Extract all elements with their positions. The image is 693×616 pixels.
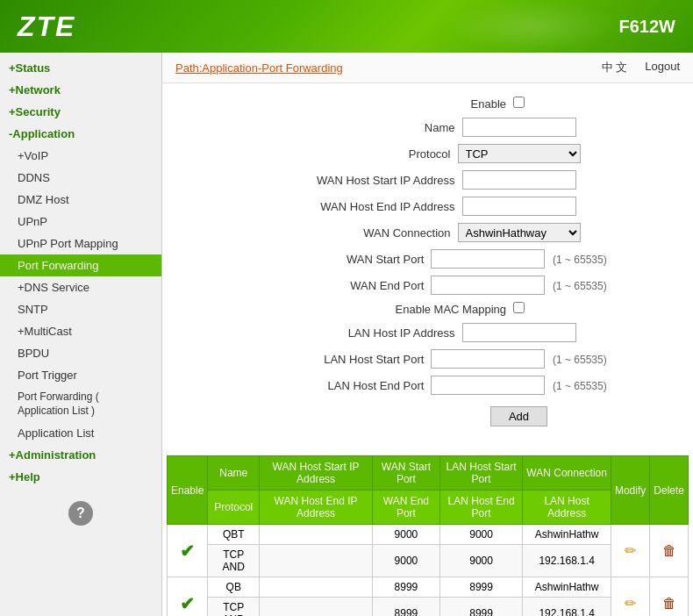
sidebar-item-sntp[interactable]: SNTP — [0, 298, 161, 320]
wan-connection-label: WAN Connection — [275, 226, 451, 240]
sidebar-item-dmz-host[interactable]: DMZ Host — [0, 189, 161, 211]
sidebar-item-bpdu[interactable]: BPDU — [0, 342, 161, 364]
lan-host-end-label: LAN Host End Port — [248, 379, 424, 392]
sidebar-item-upnp-port-mapping[interactable]: UPnP Port Mapping — [0, 233, 161, 254]
port-forwarding-form: Enable Name Protocol TCP UDP TCP AND UDP — [162, 83, 693, 447]
sidebar-item-application[interactable]: -Application — [0, 123, 161, 145]
lan-host-end-row: LAN Host End Port (1 ~ 65535) — [180, 376, 675, 395]
row1-edit-icon[interactable]: ✏ — [623, 541, 638, 560]
sidebar-item-ddns[interactable]: DDNS — [0, 167, 161, 189]
sidebar-item-port-trigger[interactable]: Port Trigger — [0, 364, 161, 386]
wan-start-port-input[interactable] — [431, 249, 545, 269]
wan-start-port-row: WAN Start Port (1 ~ 65535) — [180, 249, 675, 269]
enable-mac-label: Enable MAC Mapping — [331, 303, 506, 316]
wan-end-port-input[interactable] — [431, 276, 545, 295]
name-control — [462, 118, 576, 137]
sidebar-item-app-list[interactable]: Application List — [0, 422, 161, 444]
row2-lan-host-start: 8999 — [439, 577, 522, 598]
sidebar-item-network[interactable]: +Network — [0, 79, 161, 101]
wan-host-end-input[interactable] — [462, 197, 576, 216]
wan-start-port-hint: (1 ~ 65535) — [553, 254, 607, 266]
row1-delete-icon[interactable]: 🗑 — [661, 541, 678, 560]
lang-link[interactable]: 中 文 — [602, 60, 628, 75]
lan-host-end-input[interactable] — [431, 376, 545, 395]
col-wan-connection: WAN Connection — [523, 456, 611, 491]
row2-edit-icon[interactable]: ✏ — [623, 594, 638, 612]
wan-connection-select[interactable]: AshwinHathway — [458, 223, 581, 242]
sidebar-item-security[interactable]: +Security — [0, 101, 161, 123]
row1-wan-host-end — [260, 545, 373, 577]
wan-host-end-control — [462, 197, 576, 216]
wan-host-start-row: WAN Host Start IP Address — [180, 170, 675, 190]
protocol-select[interactable]: TCP UDP TCP AND UDP — [458, 144, 581, 163]
col-wan-host-start: WAN Host Start IP Address — [260, 456, 373, 491]
wan-host-start-control — [462, 170, 576, 190]
row2-wan-host-end — [260, 598, 373, 617]
row1-enable: ✔ — [168, 525, 208, 577]
table-header-row1: Enable Name WAN Host Start IP Address WA… — [168, 456, 689, 491]
sidebar-item-port-forwarding[interactable]: Port Forwarding — [0, 254, 161, 276]
row2-modify: ✏ — [611, 577, 649, 617]
table-row-sub: TCP AND 9000 9000 192.168.1.4 — [168, 545, 689, 577]
table-header-row2: Protocol WAN Host End IP Address WAN End… — [168, 491, 689, 525]
table-row: ✔ QB 8999 8999 AshwinHathw ✏ 🗑 — [168, 577, 689, 598]
row2-wan-connection: AshwinHathw — [523, 577, 611, 598]
row1-wan-host-start — [260, 525, 373, 545]
wan-start-port-control: (1 ~ 65535) — [431, 249, 606, 269]
sidebar-item-dns-service[interactable]: +DNS Service — [0, 276, 161, 298]
col-protocol: Protocol — [208, 491, 260, 525]
protocol-control: TCP UDP TCP AND UDP — [458, 144, 581, 163]
name-input[interactable] — [462, 118, 576, 137]
sidebar-item-administration[interactable]: +Administration — [0, 444, 161, 466]
lan-host-ip-row: LAN Host IP Address — [180, 323, 675, 342]
row1-protocol: TCP AND — [208, 545, 260, 577]
breadcrumb-text: Path:Application-Port Forwarding — [175, 61, 343, 75]
forwarding-table: Enable Name WAN Host Start IP Address WA… — [167, 455, 689, 616]
lan-host-start-control: (1 ~ 65535) — [431, 349, 606, 369]
wan-host-start-input[interactable] — [462, 170, 576, 190]
row1-check-icon: ✔ — [180, 541, 195, 561]
row2-protocol: TCP AND — [208, 598, 260, 617]
row1-name: QBT — [208, 525, 260, 545]
sidebar-item-multicast[interactable]: +MultiCast — [0, 320, 161, 342]
add-button[interactable]: Add — [490, 406, 547, 426]
col-enable: Enable — [168, 456, 208, 525]
wan-host-start-label: WAN Host Start IP Address — [280, 174, 455, 187]
row2-delete: 🗑 — [650, 577, 689, 617]
row2-lan-host-addr: 192.168.1.4 — [523, 598, 611, 617]
lan-host-start-input[interactable] — [431, 349, 545, 369]
wan-end-port-control: (1 ~ 65535) — [431, 276, 606, 295]
enable-mac-checkbox[interactable] — [513, 302, 525, 313]
wan-end-port-row: WAN End Port (1 ~ 65535) — [180, 276, 675, 295]
col-modify: Modify — [611, 456, 649, 525]
row1-modify: ✏ — [611, 525, 649, 577]
wan-start-port-label: WAN Start Port — [248, 253, 424, 266]
wan-connection-row: WAN Connection AshwinHathway — [180, 223, 675, 242]
sidebar-item-help[interactable]: +Help — [0, 466, 161, 488]
sidebar-item-voip[interactable]: +VoIP — [0, 145, 161, 167]
sidebar-item-port-fwd-list[interactable]: Port Forwarding ( Application List ) — [0, 386, 161, 422]
lan-host-ip-control — [462, 323, 576, 342]
row1-delete: 🗑 — [650, 525, 689, 577]
col-wan-host-end: WAN Host End IP Address — [260, 491, 373, 525]
row2-wan-end-port: 8999 — [372, 598, 439, 617]
model-name: F612W — [619, 17, 675, 37]
sidebar-item-status[interactable]: +Status — [0, 57, 161, 79]
col-name: Name — [208, 456, 260, 491]
protocol-row: Protocol TCP UDP TCP AND UDP — [180, 144, 675, 163]
row2-wan-host-start — [260, 577, 373, 598]
col-wan-start-port: WAN Start Port — [372, 456, 439, 491]
logout-link[interactable]: Logout — [645, 60, 680, 75]
enable-mac-control — [513, 302, 525, 316]
table-row: ✔ QBT 9000 9000 AshwinHathw ✏ 🗑 — [168, 525, 689, 545]
lan-host-ip-input[interactable] — [462, 323, 576, 342]
enable-checkbox[interactable] — [513, 97, 525, 108]
col-lan-host-end: LAN Host End Port — [439, 491, 522, 525]
sidebar-item-upnp[interactable]: UPnP — [0, 211, 161, 233]
enable-row: Enable — [180, 97, 675, 111]
help-icon[interactable]: ? — [68, 501, 93, 526]
col-delete: Delete — [650, 456, 689, 525]
row2-delete-icon[interactable]: 🗑 — [661, 594, 678, 612]
sidebar: +Status +Network +Security -Application … — [0, 53, 162, 616]
breadcrumb: Path:Application-Port Forwarding 中 文 Log… — [162, 53, 693, 83]
